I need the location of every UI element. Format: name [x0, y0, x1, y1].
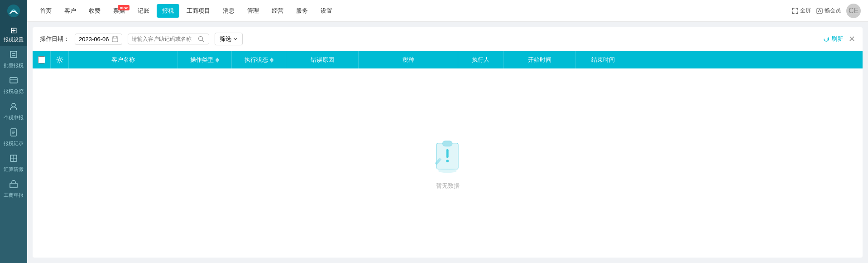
sidebar-item-huisuanqinghe[interactable]: 汇算清缴: [0, 150, 27, 176]
close-button[interactable]: ✕: [849, 35, 855, 43]
member-button[interactable]: 畅会员: [816, 7, 841, 15]
empty-text: 暂无数据: [436, 182, 460, 190]
sort-icon-exec-status: [270, 58, 273, 63]
svg-rect-14: [10, 183, 17, 188]
geshushenbaos-icon: [9, 102, 18, 113]
baoshuishezhi-icon: ⊞: [10, 25, 17, 35]
svg-rect-4: [10, 78, 17, 83]
svg-point-6: [12, 103, 15, 107]
sidebar-item-baoshuishezhi[interactable]: ⊞ 报税设置: [0, 22, 27, 46]
svg-point-29: [438, 169, 456, 173]
page-area: 操作日期： 2023-06-06: [27, 22, 868, 263]
svg-rect-16: [112, 37, 118, 42]
svg-rect-15: [817, 8, 822, 14]
date-input[interactable]: 2023-06-06: [75, 34, 122, 45]
svg-line-21: [202, 40, 204, 42]
member-label: 畅会员: [825, 7, 841, 15]
topnav-items: 首页 客户 收费 票据 new 记账 报税 工商项目 消息 管理 经营 服务 设…: [34, 4, 792, 18]
sidebar-item-gongshangnianbaos[interactable]: 工商年报: [0, 176, 27, 202]
topnav-item-services[interactable]: 服务: [291, 4, 313, 18]
sidebar-item-baoshuizonglan[interactable]: 报税总览: [0, 72, 27, 98]
th-error-reason: 错误原因: [286, 51, 359, 68]
topnav-item-customer[interactable]: 客户: [59, 4, 82, 18]
table-header: 客户名称 操作类型 执行状态: [33, 51, 863, 68]
fullscreen-icon: [792, 8, 798, 14]
search-icon: [198, 36, 204, 42]
logo[interactable]: [0, 0, 27, 22]
filter-button[interactable]: 筛选: [215, 33, 243, 45]
svg-point-28: [446, 160, 449, 162]
th-settings[interactable]: [51, 51, 69, 68]
date-label: 操作日期：: [40, 35, 69, 43]
sidebar-item-baoshuishezhi-label: 报税设置: [4, 37, 24, 43]
fullscreen-button[interactable]: 全屏: [792, 7, 811, 15]
topnav-item-accounts[interactable]: 记账: [132, 4, 155, 18]
sidebar-item-geshushenbaos-label: 个税申报: [4, 115, 24, 121]
refresh-label: 刷新: [831, 35, 843, 43]
user-avatar[interactable]: CE: [846, 4, 861, 18]
th-exec-status[interactable]: 执行状态: [232, 51, 286, 68]
topnav-item-taxes[interactable]: 报税: [157, 4, 179, 18]
sidebar: ⊞ 报税设置 批量报税 报税总览 个税申报 报税记录 汇算清缴 工商: [0, 0, 27, 263]
empty-state-icon: [427, 136, 468, 177]
th-end-time: 结束时间: [576, 51, 630, 68]
content-card: 操作日期： 2023-06-06: [33, 27, 863, 258]
sidebar-item-piliangbaoshui[interactable]: 批量报税: [0, 46, 27, 72]
fullscreen-label: 全屏: [800, 7, 811, 15]
filter-label: 筛选: [220, 35, 231, 43]
sidebar-item-piliangbaoshui-label: 批量报税: [4, 63, 24, 68]
search-input-wrap[interactable]: [128, 34, 209, 44]
table-wrap: 客户名称 操作类型 执行状态: [33, 51, 863, 258]
topnav-item-home[interactable]: 首页: [34, 4, 57, 18]
calendar-icon: [112, 36, 118, 42]
th-client-name: 客户名称: [69, 51, 177, 68]
topnav-item-settings[interactable]: 设置: [315, 4, 338, 18]
date-value: 2023-06-06: [79, 36, 109, 43]
select-all-checkbox[interactable]: [38, 56, 45, 63]
sort-icon-operation-type: [216, 58, 219, 63]
th-start-time: 开始时间: [504, 51, 576, 68]
refresh-icon: [823, 36, 830, 42]
th-tax-type: 税种: [359, 51, 458, 68]
sidebar-item-baoshuijilu[interactable]: 报税记录: [0, 124, 27, 150]
sidebar-item-gongshangnianbaos-label: 工商年报: [4, 192, 24, 198]
svg-point-22: [58, 59, 61, 61]
th-operation-type[interactable]: 操作类型: [177, 51, 232, 68]
sidebar-item-baoshuizonglan-label: 报税总览: [4, 88, 24, 94]
member-icon: [816, 8, 823, 14]
topnav-right: 全屏 畅会员 CE: [792, 4, 861, 18]
topnav-item-business[interactable]: 工商项目: [181, 4, 216, 18]
topnav-item-operations[interactable]: 经营: [266, 4, 289, 18]
sidebar-item-geshushenbaos[interactable]: 个税申报: [0, 98, 27, 124]
topnav-item-manage[interactable]: 管理: [242, 4, 264, 18]
search-input[interactable]: [132, 36, 195, 42]
th-checkbox[interactable]: [33, 51, 51, 68]
main-wrapper: 首页 客户 收费 票据 new 记账 报税 工商项目 消息 管理 经营 服务 设…: [27, 0, 868, 263]
chevron-down-icon: [233, 37, 238, 41]
piliangbaoshui-icon: [9, 50, 18, 61]
baoshuizonglan-icon: [9, 76, 18, 87]
svg-rect-27: [446, 149, 448, 158]
table-body-empty: 暂无数据: [33, 68, 863, 258]
huisuanqinghe-icon: [9, 154, 18, 165]
sidebar-item-baoshuijilu-label: 报税记录: [4, 141, 24, 146]
refresh-button[interactable]: 刷新: [823, 35, 843, 43]
toolbar-right: 刷新 ✕: [823, 35, 855, 43]
topnav-item-fees[interactable]: 收费: [83, 4, 106, 18]
new-badge: new: [118, 5, 129, 10]
sidebar-item-huisuanqinghe-label: 汇算清缴: [4, 166, 24, 172]
toolbar: 操作日期： 2023-06-06: [33, 27, 863, 51]
gongshangnianbaos-icon: [9, 180, 18, 191]
topnav-item-invoices[interactable]: 票据 new: [108, 4, 130, 18]
th-executor: 执行人: [458, 51, 504, 68]
svg-rect-25: [442, 141, 452, 146]
gear-icon: [56, 56, 63, 63]
svg-rect-1: [10, 51, 17, 58]
topnav: 首页 客户 收费 票据 new 记账 报税 工商项目 消息 管理 经营 服务 设…: [27, 0, 868, 22]
baoshuijilu-icon: [9, 128, 18, 139]
topnav-item-messages[interactable]: 消息: [217, 4, 240, 18]
